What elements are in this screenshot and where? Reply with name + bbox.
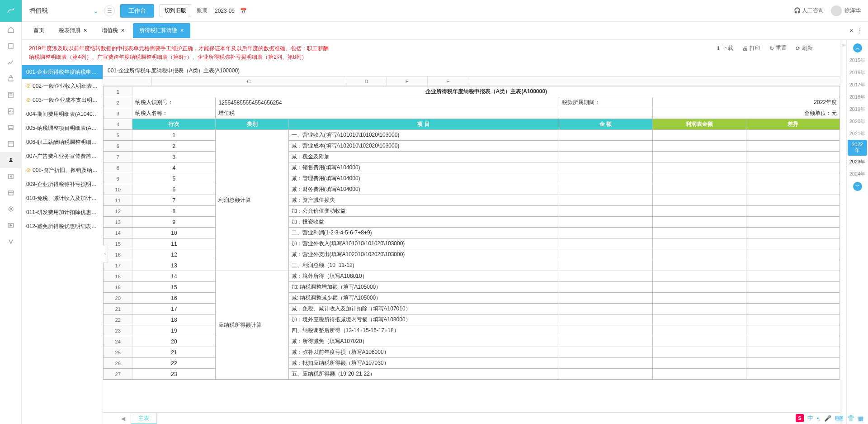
col-header[interactable]: C	[152, 77, 346, 86]
ime-tools-icon[interactable]: ▦	[858, 415, 863, 422]
year-item[interactable]: 2022年	[848, 140, 867, 156]
cell-item[interactable]: 加：投资收益	[288, 217, 559, 228]
cell-value[interactable]	[652, 336, 746, 347]
cell-value[interactable]	[652, 282, 746, 293]
cell-value[interactable]	[652, 228, 746, 238]
cell-rownum[interactable]: 2	[132, 141, 216, 152]
consult-link[interactable]: 🎧 人工咨询	[794, 7, 824, 14]
cell-rownum[interactable]: 22	[132, 358, 216, 369]
nav-video-icon[interactable]	[0, 217, 22, 233]
cell-value[interactable]	[652, 314, 746, 325]
cell-value[interactable]	[746, 249, 840, 260]
cell-value[interactable]	[559, 217, 652, 228]
cell-rownum[interactable]: 8	[132, 206, 216, 217]
cell-value[interactable]	[559, 228, 652, 238]
switch-old-button[interactable]: 切到旧版	[160, 4, 191, 17]
cell-value[interactable]	[559, 347, 652, 358]
ime-mic-icon[interactable]: 🎤	[824, 415, 831, 422]
cell-value[interactable]	[559, 358, 652, 369]
cell-rownum[interactable]: 17	[132, 304, 216, 314]
cell-value[interactable]	[746, 336, 840, 347]
cell-value[interactable]	[746, 206, 840, 217]
cell-value[interactable]	[559, 249, 652, 260]
cell-item[interactable]: 加: 纳税调整增加额（填写A105000）	[288, 282, 559, 293]
cell-item[interactable]: 二、营业利润(1-2-3-4-5-6-7+8+9)	[288, 228, 559, 238]
col-header[interactable]: F	[428, 77, 468, 86]
period-value[interactable]: 2023-09	[215, 8, 235, 14]
cell-value[interactable]	[559, 304, 652, 314]
row-number[interactable]: 23	[104, 325, 132, 336]
form-list-item[interactable]: 007-广告费和业务宣传费跨…	[22, 149, 103, 163]
cell-value[interactable]	[652, 238, 746, 249]
form-list-item[interactable]: 004-期间费用明细表(A1040…	[22, 107, 103, 121]
close-icon[interactable]: ✕	[121, 28, 125, 33]
cell-value[interactable]	[559, 238, 652, 249]
cell-value[interactable]	[746, 173, 840, 184]
nav-v-icon[interactable]	[0, 233, 22, 250]
cell-item[interactable]: 减：所得减免（填写A107020）	[288, 336, 559, 347]
cell-value[interactable]	[559, 336, 652, 347]
nav-settings-icon[interactable]	[0, 201, 22, 217]
cell-item[interactable]: 四、纳税调整后所得（13-14+15-16-17+18）	[288, 325, 559, 336]
year-up-icon[interactable]: ︽	[853, 43, 862, 52]
cell-item[interactable]: 三、利润总额（10+11-12)	[288, 260, 559, 271]
cell-value[interactable]	[746, 238, 840, 249]
row-number[interactable]: 20	[104, 293, 132, 304]
nav-calendar-icon[interactable]	[0, 136, 22, 152]
cell-value[interactable]	[652, 173, 746, 184]
cell-item[interactable]: 减：管理费用(填写A104000)	[288, 173, 559, 184]
row-number[interactable]: 8	[104, 162, 132, 173]
cell-item[interactable]: 加：营业外收入(填写A101010\101020\103000)	[288, 238, 559, 249]
cell-item[interactable]: 减：营业成本(填写A102010\102020\103000)	[288, 141, 559, 152]
cell-item[interactable]: 减：境外所得（填写A108010）	[288, 271, 559, 282]
tab-增值税[interactable]: 增值税✕	[95, 23, 131, 38]
cell-value[interactable]	[746, 314, 840, 325]
list-icon[interactable]: ☰	[104, 5, 115, 16]
cell-rownum[interactable]: 16	[132, 293, 216, 304]
form-list-item[interactable]: 006-职工薪酬纳税调整明细…	[22, 135, 103, 149]
form-list-item[interactable]: 005-纳税调整项目明细表(A1…	[22, 121, 103, 135]
cell-value[interactable]	[746, 195, 840, 206]
cell-rownum[interactable]: 13	[132, 260, 216, 271]
cell-rownum[interactable]: 12	[132, 249, 216, 260]
year-item[interactable]: 2017年	[847, 79, 868, 91]
cell-value[interactable]	[652, 369, 746, 380]
download-button[interactable]: ⬇ 下载	[716, 44, 733, 52]
cell-value[interactable]	[559, 130, 652, 141]
row-number[interactable]: 12	[104, 206, 132, 217]
row-number[interactable]: 21	[104, 304, 132, 314]
cell-value[interactable]	[559, 271, 652, 282]
cell-item[interactable]: 加：境外应税所得抵减境内亏损（填写A108000）	[288, 314, 559, 325]
row-number[interactable]: 11	[104, 195, 132, 206]
tab-税表清册[interactable]: 税表清册✕	[52, 23, 94, 38]
row-number[interactable]: 25	[104, 347, 132, 358]
cell-item[interactable]: 一、营业收入(填写A101010\101020\103000)	[288, 130, 559, 141]
nav-report-icon[interactable]	[0, 103, 22, 119]
row-number[interactable]: 27	[104, 369, 132, 380]
col-header[interactable]	[103, 77, 152, 86]
row-number[interactable]: 13	[104, 217, 132, 228]
user-menu[interactable]: 徐泽华	[831, 5, 861, 16]
year-item[interactable]: 2016年	[847, 67, 868, 79]
cell-rownum[interactable]: 10	[132, 228, 216, 238]
cell-value[interactable]	[559, 206, 652, 217]
cell-rownum[interactable]: 5	[132, 173, 216, 184]
cell-item[interactable]: 减：免税、减计收入及加计扣除（填写A107010）	[288, 304, 559, 314]
calendar-icon[interactable]: 📅	[240, 8, 247, 14]
refresh-button[interactable]: ⟳ 刷新	[796, 44, 813, 52]
nav-book-icon[interactable]	[0, 38, 22, 54]
tabs-menu-icon[interactable]: ⋮	[857, 28, 863, 34]
cell-value[interactable]	[652, 249, 746, 260]
form-list-item[interactable]: ⊘008-资产折旧、摊销及纳税…	[22, 163, 103, 177]
year-item[interactable]: 2021年	[847, 128, 868, 140]
cell-value[interactable]	[746, 141, 840, 152]
spreadsheet[interactable]: 1企业所得税年度纳税申报表（A类）主表(A100000) 2 纳税人识别号： 1…	[103, 86, 840, 380]
row-number[interactable]: 14	[104, 228, 132, 238]
cell-value[interactable]	[746, 304, 840, 314]
form-list-item[interactable]: 009-企业所得税弥补亏损明…	[22, 177, 103, 191]
cell-value[interactable]	[652, 260, 746, 271]
cell-item[interactable]: 加：公允价值变动收益	[288, 206, 559, 217]
row-number[interactable]: 7	[104, 152, 132, 162]
cell-rownum[interactable]: 19	[132, 325, 216, 336]
cell-value[interactable]	[652, 271, 746, 282]
